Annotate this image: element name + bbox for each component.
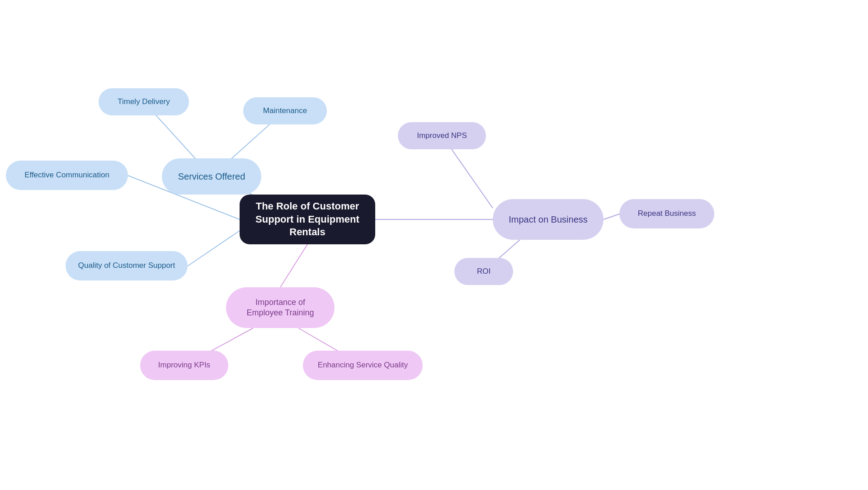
node-impact-on-business[interactable]: Impact on Business <box>493 199 604 240</box>
node-importance-employee-training[interactable]: Importance of Employee Training <box>226 287 335 328</box>
node-timely-delivery[interactable]: Timely Delivery <box>99 88 189 115</box>
node-effective-communication[interactable]: Effective Communication <box>6 161 128 190</box>
node-roi[interactable]: ROI <box>454 258 513 285</box>
svg-line-4 <box>188 231 240 266</box>
node-quality-customer-support[interactable]: Quality of Customer Support <box>66 251 188 281</box>
node-improving-kpis[interactable]: Improving KPIs <box>140 351 228 380</box>
svg-line-9 <box>280 244 307 287</box>
node-enhancing-service-quality[interactable]: Enhancing Service Quality <box>303 351 423 380</box>
node-maintenance[interactable]: Maintenance <box>243 97 327 124</box>
node-services-offered[interactable]: Services Offered <box>162 158 261 195</box>
node-repeat-business[interactable]: Repeat Business <box>619 199 714 228</box>
node-improved-nps[interactable]: Improved NPS <box>398 122 486 149</box>
node-center[interactable]: The Role of Customer Support in Equipmen… <box>240 195 375 244</box>
svg-line-7 <box>604 214 619 219</box>
